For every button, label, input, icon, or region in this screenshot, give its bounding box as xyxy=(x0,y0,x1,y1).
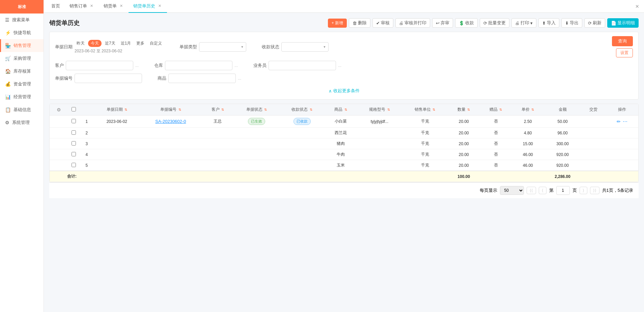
sidebar-item-inventory-calc[interactable]: 🏠 库存核算 xyxy=(0,65,44,78)
col-doc-no[interactable]: 单据编号 ⇅ xyxy=(140,104,202,115)
cell-checkbox[interactable] xyxy=(68,149,79,160)
cell-action xyxy=(606,160,638,171)
sidebar-item-sales-mgmt[interactable]: 🏪 销售管理 xyxy=(0,39,44,52)
delete-button[interactable]: 🗑 删除 xyxy=(349,18,370,28)
tab-sales-goods[interactable]: 销货单 ✕ xyxy=(99,0,129,13)
cell-gift: 否 xyxy=(480,160,512,171)
cell-checkbox[interactable] xyxy=(68,115,79,128)
col-doc-status[interactable]: 单据状态 ⇅ xyxy=(234,104,279,115)
doc-no-input[interactable] xyxy=(75,74,142,83)
date-btn-more[interactable]: 更多 xyxy=(134,40,146,47)
query-button[interactable]: 查询 xyxy=(612,36,633,46)
print-button[interactable]: 🖨 打印 ▾ xyxy=(511,18,536,28)
page-input[interactable] xyxy=(556,186,570,195)
warehouse-input[interactable] xyxy=(165,61,232,70)
sidebar-item-quick-nav[interactable]: ⚡ 快捷导航 xyxy=(0,26,44,39)
cell-checkbox[interactable] xyxy=(68,138,79,149)
product-input[interactable] xyxy=(168,74,236,83)
tab-sales-order[interactable]: 销售订单 ✕ xyxy=(65,0,99,13)
last-page-button[interactable]: ⟩⟩ xyxy=(590,187,599,194)
cell-customer xyxy=(202,160,234,171)
export-button[interactable]: ⬇ 导出 xyxy=(561,18,582,28)
warehouse-more-icon[interactable]: ... xyxy=(234,63,238,68)
date-btn-custom[interactable]: 自定义 xyxy=(148,40,164,47)
import-button[interactable]: ⬆ 导入 xyxy=(538,18,559,28)
col-unit-price[interactable]: 单价 ⇅ xyxy=(512,104,544,115)
new-button[interactable]: + 新增 xyxy=(328,19,347,28)
receive-button[interactable]: 💲 收款 xyxy=(455,18,478,28)
tab-sales-history[interactable]: 销货单历史 ✕ xyxy=(129,0,167,13)
row-checkbox[interactable] xyxy=(72,119,76,123)
col-qty[interactable]: 数量 ⇅ xyxy=(448,104,480,115)
audit-icon: ✔ xyxy=(376,21,380,26)
cell-unit-price: 46.00 xyxy=(512,160,544,171)
row-checkbox[interactable] xyxy=(72,163,76,167)
table-settings-icon[interactable]: ⚙ xyxy=(57,107,61,112)
sidebar-item-system-mgmt[interactable]: ⚙ 系统管理 xyxy=(0,116,44,129)
select-all-checkbox[interactable] xyxy=(72,107,76,111)
cell-action xyxy=(606,128,638,138)
col-spec[interactable]: 规格型号 ⇅ xyxy=(357,104,402,115)
doc-type-select[interactable] xyxy=(199,42,246,52)
cell-doc-status xyxy=(234,149,279,160)
cell-doc-date xyxy=(94,160,140,171)
cell-qty: 20.00 xyxy=(448,160,480,171)
first-page-button[interactable]: ⟨⟨ xyxy=(527,187,536,194)
footer-total-amount: 2,286.00 xyxy=(544,171,581,182)
staff-input[interactable] xyxy=(269,61,336,70)
cell-unit: 千克 xyxy=(402,149,448,160)
cell-spec xyxy=(357,138,402,149)
staff-more-icon[interactable]: ... xyxy=(338,63,341,68)
close-all-tabs-button[interactable]: ✕ xyxy=(633,3,641,10)
batch-change-icon: ⟳ xyxy=(483,21,487,26)
print-dropdown-icon: ▾ xyxy=(530,21,533,26)
batch-change-button[interactable]: ⟳ 批量变更 xyxy=(480,18,509,28)
sidebar-item-purchase-mgmt[interactable]: 🛒 采购管理 xyxy=(0,52,44,65)
tab-sales-order-close[interactable]: ✕ xyxy=(89,3,94,8)
col-customer[interactable]: 客户 ⇅ xyxy=(202,104,234,115)
payment-status-select[interactable] xyxy=(281,42,329,52)
audit-print-button[interactable]: 🖨 审核并打印 xyxy=(395,18,430,28)
col-unit[interactable]: 销售单位 ⇅ xyxy=(402,104,448,115)
prev-page-button[interactable]: ⟨ xyxy=(539,187,547,194)
cell-gift: 否 xyxy=(480,138,512,149)
product-more-icon[interactable]: ... xyxy=(238,76,241,81)
date-btn-1month[interactable]: 近1月 xyxy=(119,40,133,47)
per-page-select[interactable]: 50 100 200 xyxy=(500,186,524,195)
col-product[interactable]: 商品 ⇅ xyxy=(325,104,357,115)
collapse-filter-button[interactable]: ∧ 收起更多条件 xyxy=(55,86,633,95)
col-gift[interactable]: 赠品 ⇅ xyxy=(480,104,512,115)
col-payment-status[interactable]: 收款状态 ⇅ xyxy=(279,104,325,115)
date-btn-today[interactable]: 今天 xyxy=(88,40,102,47)
col-doc-date[interactable]: 单据日期 ⇅ xyxy=(94,104,140,115)
edit-action-icon[interactable]: ✏ xyxy=(616,119,622,124)
customer-input[interactable] xyxy=(66,61,133,70)
next-page-button[interactable]: ⟩ xyxy=(580,187,587,194)
row-checkbox[interactable] xyxy=(72,130,76,135)
cell-doc-status: 已生效 xyxy=(234,115,279,128)
date-btn-yesterday[interactable]: 昨天 xyxy=(75,40,87,47)
footer-end xyxy=(581,171,638,182)
more-action-icon[interactable]: ⋯ xyxy=(622,119,628,124)
show-details-button[interactable]: 📄 显示明细 xyxy=(607,18,639,28)
tab-sales-history-close[interactable]: ✕ xyxy=(157,3,162,8)
date-btn-7days[interactable]: 近7天 xyxy=(103,40,117,47)
sidebar-item-basic-info[interactable]: 📋 基础信息 xyxy=(0,103,44,116)
refresh-button[interactable]: ⟳ 刷新 xyxy=(584,18,605,28)
cell-amount: 920.00 xyxy=(544,160,581,171)
tab-home[interactable]: 首页 xyxy=(47,0,65,13)
customer-more-icon[interactable]: ... xyxy=(135,63,139,68)
setting-button[interactable]: 设置 xyxy=(616,48,633,57)
row-checkbox[interactable] xyxy=(72,141,76,146)
doc-no-link[interactable]: SA-20230602-0 xyxy=(155,119,186,124)
cell-checkbox[interactable] xyxy=(68,160,79,171)
sidebar-item-operations-mgmt[interactable]: 📊 经营管理 xyxy=(0,90,44,103)
col-gear[interactable]: ⚙ xyxy=(50,104,68,115)
audit-button[interactable]: ✔ 审核 xyxy=(372,18,393,28)
abandon-button[interactable]: ↩ 弃审 xyxy=(432,18,453,28)
row-checkbox[interactable] xyxy=(72,152,76,156)
cell-checkbox[interactable] xyxy=(68,128,79,138)
sidebar-item-search-menu[interactable]: ☰ 搜索菜单 xyxy=(0,14,44,26)
sidebar-item-fund-mgmt[interactable]: 💰 资金管理 xyxy=(0,78,44,90)
tab-sales-goods-close[interactable]: ✕ xyxy=(119,3,124,8)
